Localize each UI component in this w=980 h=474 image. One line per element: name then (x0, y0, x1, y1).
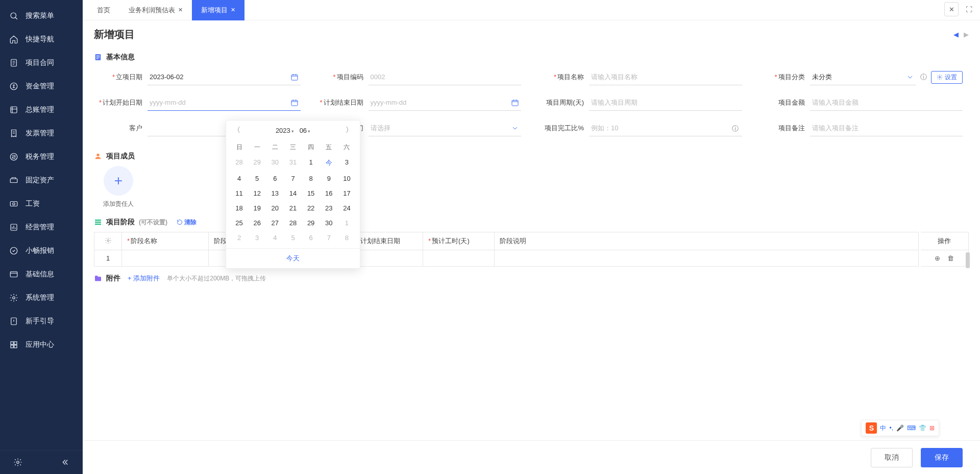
sidebar-item-11[interactable]: 基础信息 (0, 263, 83, 286)
datepicker-day[interactable]: 1 (338, 216, 356, 230)
datepicker-day[interactable]: 9 (320, 171, 338, 186)
datepicker-day[interactable]: 7 (320, 230, 338, 245)
sidebar-item-8[interactable]: 工资 (0, 192, 83, 216)
plan-start-input[interactable] (148, 94, 301, 111)
datepicker-day[interactable]: 21 (284, 201, 302, 216)
save-button[interactable]: 保存 (921, 448, 963, 467)
sidebar-item-4[interactable]: 总账管理 (0, 98, 83, 122)
sidebar-item-10[interactable]: 小畅报销 (0, 239, 83, 263)
datepicker-year[interactable]: 2023 (276, 127, 290, 134)
proj-name-input[interactable] (589, 69, 742, 85)
sidebar-item-7[interactable]: 固定资产 (0, 169, 83, 192)
datepicker-day[interactable]: 23 (320, 201, 338, 216)
datepicker-day[interactable]: 2 (230, 230, 248, 245)
remark-input[interactable] (810, 120, 963, 136)
proj-cat-select[interactable] (810, 69, 917, 85)
datepicker-day[interactable]: 14 (284, 186, 302, 201)
datepicker-day[interactable]: 12 (248, 186, 266, 201)
plan-end-input[interactable] (369, 94, 522, 111)
datepicker-day[interactable]: 25 (230, 216, 248, 230)
calendar-icon[interactable] (290, 73, 299, 81)
sidebar-item-12[interactable]: 系统管理 (0, 286, 83, 310)
sidebar-item-0[interactable]: 搜索菜单 (0, 4, 83, 28)
datepicker-month[interactable]: 06 (300, 127, 307, 134)
datepicker-prev-button[interactable]: 〈 (233, 126, 240, 135)
table-row[interactable]: 1 (94, 250, 919, 267)
amount-input[interactable] (810, 94, 963, 111)
sidebar-item-3[interactable]: 资金管理 (0, 75, 83, 98)
calendar-icon[interactable] (511, 99, 519, 107)
datepicker-day[interactable]: 3 (338, 155, 356, 171)
add-attachment-button[interactable]: + 添加附件 (128, 274, 160, 283)
calendar-icon[interactable] (290, 99, 299, 107)
cancel-button[interactable]: 取消 (871, 448, 913, 467)
sidebar-item-14[interactable]: 应用中心 (0, 333, 83, 357)
tab-close-icon[interactable]: ✕ (178, 7, 183, 13)
page-next-button[interactable]: ▶ (964, 31, 969, 38)
datepicker-day[interactable]: 8 (338, 230, 356, 245)
datepicker-day[interactable]: 29 (302, 216, 320, 230)
est-date-input[interactable] (148, 69, 301, 85)
datepicker-day[interactable]: 10 (338, 171, 356, 186)
fullscreen-button[interactable]: ⛶ (962, 2, 976, 16)
datepicker-day[interactable]: 13 (266, 186, 284, 201)
datepicker-day[interactable]: 今 (320, 155, 338, 171)
datepicker-day[interactable]: 29 (248, 155, 266, 171)
datepicker-day[interactable]: 22 (302, 201, 320, 216)
proj-code-input[interactable] (369, 69, 522, 85)
tab-2[interactable]: 新增项目✕ (192, 0, 244, 20)
datepicker-today-button[interactable]: 今天 (226, 248, 360, 268)
datepicker-day[interactable]: 4 (230, 171, 248, 186)
row-add-button[interactable]: ⊕ (935, 254, 940, 262)
datepicker-day[interactable]: 11 (230, 186, 248, 201)
add-member-button[interactable]: + (104, 166, 133, 196)
datepicker-day[interactable]: 7 (284, 171, 302, 186)
tab-0[interactable]: 首页 (88, 0, 119, 20)
sidebar-item-9[interactable]: 经营管理 (0, 216, 83, 239)
sidebar-item-5[interactable]: 发票管理 (0, 122, 83, 145)
datepicker-day[interactable]: 8 (302, 171, 320, 186)
scrollbar[interactable] (966, 252, 970, 268)
datepicker-day[interactable]: 1 (302, 155, 320, 171)
datepicker-day[interactable]: 30 (320, 216, 338, 230)
datepicker-day[interactable]: 5 (248, 171, 266, 186)
tab-close-icon[interactable]: ✕ (231, 7, 235, 13)
sidebar-item-6[interactable]: 税务管理 (0, 145, 83, 169)
datepicker-day[interactable]: 6 (266, 171, 284, 186)
datepicker-day[interactable]: 3 (248, 230, 266, 245)
datepicker-day[interactable]: 31 (284, 155, 302, 171)
datepicker-day[interactable]: 5 (284, 230, 302, 245)
period-input[interactable] (589, 94, 742, 111)
datepicker-day[interactable]: 27 (266, 216, 284, 230)
chevron-down-icon[interactable] (906, 73, 914, 81)
page-prev-button[interactable]: ◀ (953, 31, 959, 38)
setting-button[interactable]: 设置 (931, 71, 963, 84)
datepicker-day[interactable]: 17 (338, 186, 356, 201)
dept-select[interactable] (369, 120, 522, 136)
datepicker-day[interactable]: 20 (266, 201, 284, 216)
gear-icon[interactable] (105, 237, 112, 244)
chevron-down-icon[interactable] (511, 124, 519, 132)
settings-icon[interactable] (13, 458, 22, 467)
help-icon[interactable]: ⓘ (920, 73, 927, 82)
datepicker-day[interactable]: 30 (266, 155, 284, 171)
help-icon[interactable]: ⓘ (732, 124, 740, 132)
datepicker-day[interactable]: 6 (302, 230, 320, 245)
tab-close-button[interactable]: ✕ (944, 2, 959, 16)
datepicker-day[interactable]: 19 (248, 201, 266, 216)
datepicker-day[interactable]: 18 (230, 201, 248, 216)
datepicker-day[interactable]: 28 (284, 216, 302, 230)
sidebar-item-1[interactable]: 快捷导航 (0, 28, 83, 51)
datepicker-day[interactable]: 24 (338, 201, 356, 216)
datepicker-day[interactable]: 4 (266, 230, 284, 245)
tab-1[interactable]: 业务利润预估表✕ (119, 0, 192, 20)
datepicker-day[interactable]: 28 (230, 155, 248, 171)
progress-input[interactable] (589, 120, 742, 136)
ime-toolbar[interactable]: S 中 •, 🎤 ⌨ 👕 ⊞ (861, 420, 939, 436)
datepicker-day[interactable]: 15 (302, 186, 320, 201)
collapse-icon[interactable] (60, 458, 69, 467)
datepicker-day[interactable]: 16 (320, 186, 338, 201)
sidebar-item-2[interactable]: 项目合同 (0, 51, 83, 75)
datepicker-next-button[interactable]: 〉 (346, 126, 353, 135)
sidebar-item-13[interactable]: 新手引导 (0, 310, 83, 333)
